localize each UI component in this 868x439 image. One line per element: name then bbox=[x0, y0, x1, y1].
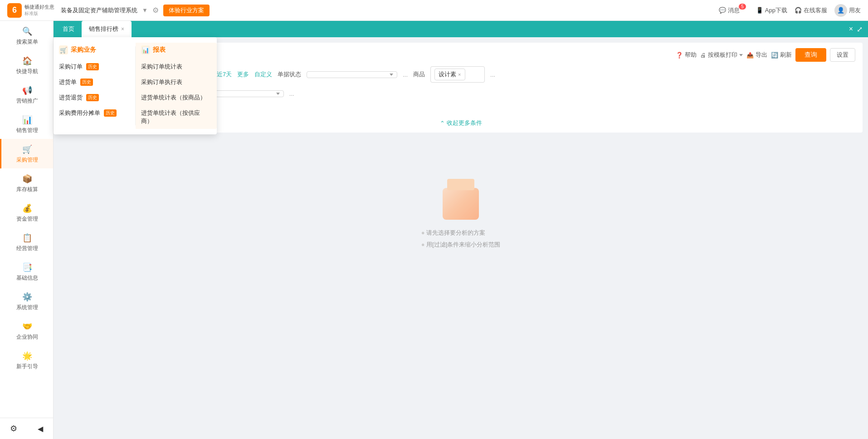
tab-window-close-icon[interactable]: × bbox=[849, 25, 853, 33]
header-center: 装备及固定资产辅助管理系统 ▼ ⚙ 体验行业方案 bbox=[61, 5, 719, 16]
industry-btn[interactable]: 体验行业方案 bbox=[163, 5, 210, 16]
sidebar-item-guide[interactable]: 🌟 新手引导 bbox=[0, 345, 53, 375]
sidebar-item-finance[interactable]: 💰 资金管理 bbox=[0, 198, 53, 227]
purchase-order-label: 采购订单 bbox=[59, 63, 83, 71]
collapse-button[interactable]: ⌃ 收起更多条件 bbox=[440, 119, 482, 127]
dropdown-purchase-header: 🛒 采购业务 bbox=[59, 43, 130, 59]
help-label: 帮助 bbox=[685, 51, 697, 59]
dropdown-item-purchase-expense[interactable]: 采购费用分摊单 历史 bbox=[59, 105, 130, 121]
purchase-order-exec-label: 采购订单执行表 bbox=[141, 78, 182, 86]
sidebar-item-sales[interactable]: 📊 销售管理 bbox=[0, 109, 53, 139]
phone-icon: 📱 bbox=[756, 7, 763, 14]
purchase-order-history-badge: 历史 bbox=[86, 63, 99, 70]
report-section-title: 报表 bbox=[153, 46, 166, 54]
help-btn[interactable]: ❓ 帮助 bbox=[676, 51, 697, 59]
dropdown-item-purchase-order-exec[interactable]: 采购订单执行表 bbox=[141, 74, 212, 90]
sidebar-label-inventory: 库存核算 bbox=[16, 186, 38, 193]
query-button[interactable]: 查询 bbox=[795, 48, 826, 62]
sidebar-item-quick-nav[interactable]: 🏠 快捷导航 bbox=[0, 50, 53, 80]
username-label: 用友 bbox=[849, 6, 861, 15]
status-dots[interactable]: ... bbox=[403, 71, 408, 78]
message-label: 消息 bbox=[728, 6, 740, 15]
message-badge: 5 bbox=[739, 4, 746, 10]
sidebar-label-quick-nav: 快捷导航 bbox=[16, 68, 38, 75]
purchase-section-title: 采购业务 bbox=[71, 46, 96, 54]
goods-label: 商品 bbox=[413, 70, 425, 79]
purchase-expense-history-badge: 历史 bbox=[104, 109, 117, 117]
help-icon: ❓ bbox=[676, 52, 683, 59]
sidebar-label-guide: 新手引导 bbox=[16, 363, 38, 370]
inventory-icon: 📦 bbox=[22, 174, 32, 184]
sidebar-settings-icon[interactable]: ⚙ bbox=[10, 424, 17, 434]
empty-text-list: 请先选择要分析的方案 用[过滤]条件来缩小分析范围 bbox=[421, 227, 501, 251]
incoming-history-badge: 历史 bbox=[80, 79, 93, 86]
status-select[interactable] bbox=[307, 71, 397, 78]
tab-bar-right: × ⤢ bbox=[849, 25, 866, 34]
incoming-stat-supplier-label: 进货单统计表（按供应商） bbox=[141, 109, 212, 125]
export-btn[interactable]: 📤 导出 bbox=[746, 51, 767, 59]
sidebar-item-system[interactable]: ⚙️ 系统管理 bbox=[0, 286, 53, 316]
salesperson-dots[interactable]: ... bbox=[289, 90, 294, 97]
system-name-chevron[interactable]: ▼ bbox=[142, 7, 148, 14]
online-service-item[interactable]: 🎧 在线客服 bbox=[795, 6, 827, 15]
message-item[interactable]: 💬 消息 5 bbox=[719, 6, 749, 15]
refresh-icon: 🔄 bbox=[771, 52, 778, 59]
tab-home[interactable]: 首页 bbox=[55, 21, 82, 37]
purchase-section-icon: 🛒 bbox=[59, 45, 68, 54]
dropdown-item-incoming[interactable]: 进货单 历史 bbox=[59, 74, 130, 90]
last7days-btn[interactable]: 近7天 bbox=[217, 70, 232, 79]
sidebar-label-marketing: 营销推广 bbox=[16, 97, 38, 105]
export-icon: 📤 bbox=[746, 52, 754, 59]
incoming-stat-goods-label: 进货单统计表（按商品） bbox=[141, 94, 206, 102]
sidebar-item-enterprise[interactable]: 🤝 企业协同 bbox=[0, 316, 53, 345]
empty-hint-1: 请先选择要分析的方案 bbox=[426, 229, 485, 236]
purchase-expense-label: 采购费用分摊单 bbox=[59, 109, 100, 117]
dropdown-item-incoming-stat-supplier[interactable]: 进货单统计表（按供应商） bbox=[141, 105, 212, 129]
sidebar-item-purchase[interactable]: 🛒 采购管理 bbox=[0, 139, 53, 168]
header-right: 💬 消息 5 📱 App下载 🎧 在线客服 👤 用友 bbox=[719, 4, 861, 17]
app-download-item[interactable]: 📱 App下载 bbox=[756, 6, 787, 15]
print-chevron-icon bbox=[739, 54, 743, 56]
report-section-icon: 📊 bbox=[141, 45, 150, 54]
goods-tag-close-icon[interactable]: × bbox=[458, 72, 461, 77]
sidebar-item-search-menu[interactable]: 🔍 搜索菜单 bbox=[0, 21, 53, 50]
incoming-label: 进货单 bbox=[59, 78, 77, 86]
custom-date-btn[interactable]: 自定义 bbox=[254, 70, 272, 79]
print-label: 按模板打印 bbox=[708, 51, 737, 59]
sidebar-item-marketing[interactable]: 📢 营销推广 bbox=[0, 80, 53, 109]
goods-dots[interactable]: ... bbox=[490, 71, 495, 78]
dropdown-item-incoming-stat-goods[interactable]: 进货单统计表（按商品） bbox=[141, 90, 212, 105]
sidebar-label-sales: 销售管理 bbox=[16, 127, 38, 134]
empty-box-icon bbox=[443, 188, 479, 220]
dropdown-item-purchase-order-stat[interactable]: 采购订单统计表 bbox=[141, 59, 212, 74]
print-btn[interactable]: 🖨 按模板打印 bbox=[700, 51, 743, 59]
purchase-icon: 🛒 bbox=[22, 144, 32, 154]
marketing-icon: 📢 bbox=[22, 85, 32, 95]
tab-sales-ranking-label: 销售排行榜 bbox=[89, 25, 118, 33]
sidebar-collapse-icon[interactable]: ◀ bbox=[38, 424, 43, 433]
sidebar-item-operations[interactable]: 📋 经营管理 bbox=[0, 227, 53, 257]
sidebar-item-inventory[interactable]: 📦 库存核算 bbox=[0, 168, 53, 198]
dropdown-columns: 🛒 采购业务 采购订单 历史 进货单 历史 进货退货 历史 采购费用分摊单 历史 bbox=[54, 43, 217, 129]
tab-window-expand-icon[interactable]: ⤢ bbox=[857, 25, 863, 34]
guide-icon: 🌟 bbox=[22, 351, 32, 361]
online-service-label: 在线客服 bbox=[804, 6, 827, 15]
sidebar-item-basic-info[interactable]: 📑 基础信息 bbox=[0, 257, 53, 286]
refresh-btn[interactable]: 🔄 刷新 bbox=[771, 51, 792, 59]
settings-icon[interactable]: ⚙ bbox=[152, 6, 159, 15]
user-item[interactable]: 👤 用友 bbox=[834, 4, 861, 17]
logo-icon: 6 bbox=[7, 3, 22, 18]
message-icon: 💬 bbox=[719, 7, 726, 14]
enterprise-icon: 🤝 bbox=[22, 321, 32, 331]
more-date-btn[interactable]: 更多 bbox=[237, 70, 249, 79]
goods-select[interactable]: 设计素 × bbox=[430, 66, 485, 83]
dropdown-menu: 🛒 采购业务 采购订单 历史 进货单 历史 进货退货 历史 采购费用分摊单 历史 bbox=[54, 37, 217, 134]
incoming-return-label: 进货退货 bbox=[59, 94, 83, 102]
sidebar-label-operations: 经营管理 bbox=[16, 245, 38, 252]
finance-icon: 💰 bbox=[22, 203, 32, 213]
tab-sales-ranking[interactable]: 销售排行榜 × bbox=[82, 21, 132, 37]
dropdown-item-incoming-return[interactable]: 进货退货 历史 bbox=[59, 90, 130, 105]
settings-button[interactable]: 设置 bbox=[830, 48, 855, 62]
tab-close-icon[interactable]: × bbox=[121, 26, 124, 32]
dropdown-item-purchase-order[interactable]: 采购订单 历史 bbox=[59, 59, 130, 74]
